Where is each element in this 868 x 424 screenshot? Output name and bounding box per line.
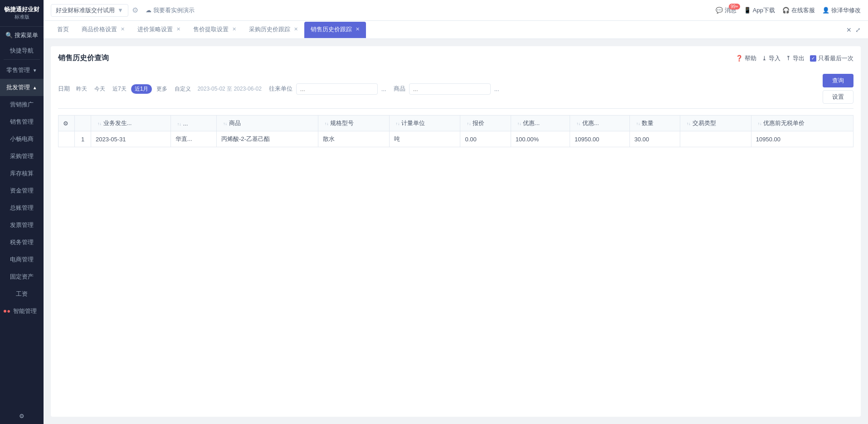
col-discount1[interactable]: ↑↓ 优惠... (511, 116, 570, 131)
online-service-btn[interactable]: 🎧 在线客服 (782, 6, 815, 14)
tab-price-setting[interactable]: 商品价格设置 ✕ (75, 22, 131, 38)
sidebar-settings-btn[interactable]: ⚙ (0, 408, 44, 424)
notifications-btn[interactable]: 💬 消息 99+ (716, 6, 736, 14)
sidebar-item-smart-mgmt[interactable]: ● 智能管理 (0, 303, 44, 320)
tab-window-controls: ✕ ⤢ (846, 26, 861, 34)
help-btn[interactable]: ❓ 帮助 (736, 54, 756, 63)
date-opt-1month[interactable]: 近1月 (131, 84, 152, 94)
col-settings: ⚙ (59, 116, 75, 131)
sidebar-item-fixed-asset[interactable]: 固定资产 (0, 268, 44, 285)
sidebar-item-retail[interactable]: 零售管理 ▼ (0, 62, 44, 79)
col-biz-date[interactable]: ↑↓ 业务发生... (91, 116, 171, 131)
module-selector[interactable]: 好业财标准版交付试用 ▼ (51, 4, 128, 17)
import-btn[interactable]: ⤓ 导入 (762, 54, 780, 63)
date-opt-yesterday[interactable]: 昨天 (73, 84, 90, 94)
only-last-label: 只看最后一次 (818, 54, 853, 63)
date-opt-custom[interactable]: 自定义 (172, 84, 194, 94)
table-body: 1 2023-05-31 华直... 丙烯酸-2-乙基己酯 散水 吨 0.00 … (59, 131, 853, 147)
sidebar-item-ecommerce[interactable]: 电商管理 (0, 251, 44, 268)
table-settings-icon[interactable]: ⚙ (63, 120, 68, 127)
date-opt-today[interactable]: 今天 (92, 84, 108, 94)
col-product[interactable]: ↑↓ 商品 (217, 116, 318, 131)
sidebar-item-finance[interactable]: 资金管理 (0, 182, 44, 199)
col-unit[interactable]: ↑↓ 计量单位 (389, 116, 460, 131)
module-settings-icon[interactable]: ⚙ (132, 6, 138, 14)
tab-extract-close[interactable]: ✕ (232, 26, 236, 32)
sort-icon-discount2: ↑↓ (576, 122, 580, 126)
sidebar-ecommerce-label: 电商管理 (10, 256, 34, 263)
export-icon: ⤒ (786, 55, 791, 62)
row-settings (59, 131, 75, 147)
only-last-checkbox[interactable]: ✓ 只看最后一次 (810, 54, 853, 63)
sidebar-item-payroll[interactable]: 工资 (0, 285, 44, 303)
row-discount1: 100.00% (511, 131, 570, 147)
window-maximize-icon[interactable]: ⤢ (855, 26, 861, 34)
col-product-label: 商品 (229, 120, 241, 126)
from-unit-more-btn[interactable]: ... (381, 86, 386, 92)
tabbar: 首页 商品价格设置 ✕ 进价策略设置 ✕ 售价提取设置 ✕ 采购历史价跟踪 ✕ … (44, 21, 868, 39)
tab-price-close[interactable]: ✕ (121, 26, 125, 32)
tab-purchase-hist-close[interactable]: ✕ (294, 26, 298, 32)
sidebar-item-tax[interactable]: 税务管理 (0, 234, 44, 251)
sidebar-item-ledger[interactable]: 总账管理 (0, 199, 44, 217)
sidebar-item-ecommerce-small[interactable]: 小畅电商 (0, 130, 44, 148)
col-price[interactable]: ↑↓ 报价 (460, 116, 511, 131)
sort-icon-discount1: ↑↓ (517, 122, 522, 126)
message-icon: 💬 (716, 7, 723, 14)
product-more-btn[interactable]: ... (494, 86, 499, 92)
row-price: 0.00 (460, 131, 511, 147)
query-btn[interactable]: 查询 (823, 74, 853, 87)
date-opt-7days[interactable]: 近7天 (110, 84, 129, 94)
cloud-icon: ☁ (146, 7, 151, 14)
sort-icon-spec: ↑↓ (325, 122, 329, 126)
table-row[interactable]: 1 2023-05-31 华直... 丙烯酸-2-乙基己酯 散水 吨 0.00 … (59, 131, 853, 147)
sidebar-item-invoice[interactable]: 发票管理 (0, 217, 44, 234)
sidebar-item-sales-mgmt[interactable]: 销售管理 (0, 113, 44, 130)
tab-purchase-strategy[interactable]: 进价策略设置 ✕ (131, 22, 187, 38)
date-opt-more[interactable]: 更多 (154, 84, 170, 94)
demo-button[interactable]: ☁ 我要看实例演示 (142, 5, 198, 16)
sidebar-tax-label: 税务管理 (10, 239, 34, 246)
sidebar-invoice-label: 发票管理 (10, 222, 34, 228)
module-name: 好业财标准版交付试用 (56, 6, 115, 14)
sidebar-item-wholesale[interactable]: 批发管理 ▲ (0, 79, 44, 96)
avatar-icon: 👤 (822, 7, 829, 14)
sidebar-item-purchase[interactable]: 采购管理 (0, 148, 44, 165)
user-profile-btn[interactable]: 👤 徐泽华修改 (822, 6, 861, 14)
col-quantity-label: 数量 (642, 120, 653, 126)
tab-strategy-close[interactable]: ✕ (176, 26, 180, 32)
tab-home[interactable]: 首页 (51, 22, 75, 38)
filter-actions: 查询 设置 (823, 74, 853, 104)
row-extra: 华直... (171, 131, 216, 147)
col-biz-date-label: 业务发生... (103, 120, 132, 126)
tab-purchase-hist-label: 采购历史价跟踪 (249, 25, 290, 34)
col-spec[interactable]: ↑↓ 规格型号 (318, 116, 389, 131)
product-input[interactable] (409, 83, 491, 95)
col-discount2[interactable]: ↑↓ 优惠... (570, 116, 630, 131)
tab-strategy-label: 进价策略设置 (137, 25, 173, 34)
tab-sale-history[interactable]: 销售历史价跟踪 ✕ (304, 22, 366, 38)
tab-sale-hist-close[interactable]: ✕ (356, 26, 360, 32)
date-range-display: 2023-05-02 至 2023-06-02 (197, 85, 261, 93)
app-download-btn[interactable]: 📱 App下载 (744, 6, 775, 14)
sidebar-item-search[interactable]: 🔍 搜索菜单 (0, 27, 44, 44)
tab-home-label: 首页 (57, 25, 69, 34)
col-quantity[interactable]: ↑↓ 数量 (629, 116, 680, 131)
sidebar-item-inventory[interactable]: 库存核算 (0, 165, 44, 182)
export-btn[interactable]: ⤒ 导出 (786, 54, 805, 63)
col-trade-type[interactable]: ↑↓ 交易类型 (680, 116, 751, 131)
col-extra[interactable]: ↑↓ ... (171, 116, 216, 131)
sort-icon-price: ↑↓ (467, 122, 471, 126)
settings-btn[interactable]: 设置 (823, 90, 853, 104)
table-header-row: ⚙ ↑↓ 业务发生... ↑↓ ... (59, 116, 853, 131)
sidebar-smart-label: 智能管理 (13, 308, 37, 314)
from-unit-input[interactable] (296, 83, 378, 95)
tab-purchase-history[interactable]: 采购历史价跟踪 ✕ (243, 22, 304, 38)
col-pretax-price[interactable]: ↑↓ 优惠前无税单价 (751, 116, 853, 131)
tab-sale-extract[interactable]: 售价提取设置 ✕ (187, 22, 243, 38)
sidebar-payroll-label: 工资 (16, 290, 28, 297)
sidebar-item-marketing[interactable]: 营销推广 (0, 96, 44, 113)
window-close-icon[interactable]: ✕ (846, 26, 852, 34)
sidebar-item-quicknav[interactable]: 快捷导航 (0, 44, 44, 58)
row-discount2: 10950.00 (570, 131, 630, 147)
